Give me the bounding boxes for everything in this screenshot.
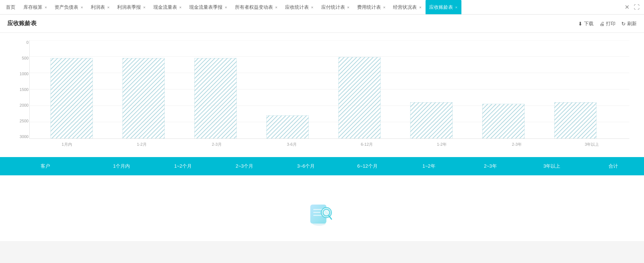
download-button[interactable]: ⬇ 下载 bbox=[578, 20, 594, 27]
svg-rect-10 bbox=[266, 115, 308, 138]
tab-close-ar-stat[interactable]: × bbox=[311, 5, 313, 9]
tab-bar: 首页 库存核算 × 资产负债表 × 利润表 × 利润表季报 × 现金流量表 × … bbox=[0, 0, 644, 15]
svg-rect-13 bbox=[482, 104, 524, 138]
tab-close-cashflow[interactable]: × bbox=[179, 5, 181, 9]
th-1month: 1个月内 bbox=[91, 163, 152, 169]
tab-cashflow[interactable]: 现金流量表 × bbox=[150, 0, 186, 15]
download-icon: ⬇ bbox=[578, 21, 583, 27]
th-1-2month: 1~2个月 bbox=[152, 163, 214, 169]
svg-rect-18 bbox=[313, 212, 321, 213]
th-1-2year: 1~2年 bbox=[398, 163, 460, 169]
main-content: 3000 2500 2000 1500 1000 500 0 bbox=[0, 33, 644, 241]
tab-close-inventory[interactable]: × bbox=[45, 5, 47, 9]
refresh-button[interactable]: ↻ 刷新 bbox=[621, 20, 637, 27]
tab-ar-stat[interactable]: 应收统计表 × bbox=[281, 0, 317, 15]
tab-close-expense[interactable]: × bbox=[383, 5, 385, 9]
th-3plus: 3年以上 bbox=[521, 163, 583, 169]
tab-profit[interactable]: 利润表 × bbox=[87, 0, 113, 15]
svg-rect-9 bbox=[195, 58, 237, 138]
tab-expense[interactable]: 费用统计表 × bbox=[353, 0, 389, 15]
tab-balance[interactable]: 资产负债表 × bbox=[51, 0, 87, 15]
maximize-button[interactable]: ⛶ bbox=[634, 4, 640, 11]
th-customer: 客户 bbox=[0, 163, 91, 169]
chart-x-labels: 1月内 1-2月 2-3月 3-6月 6-12月 1-2年 2-3年 3年以上 bbox=[29, 139, 629, 150]
page-title: 应收账龄表 bbox=[7, 20, 37, 27]
chart-area: 3000 2500 2000 1500 1000 500 0 bbox=[0, 33, 644, 157]
tab-equity[interactable]: 所有者权益变动表 × bbox=[231, 0, 281, 15]
tab-close-ar-aging[interactable]: × bbox=[455, 5, 457, 9]
svg-rect-7 bbox=[50, 58, 93, 138]
tab-ap-stat[interactable]: 应付统计表 × bbox=[318, 0, 353, 15]
tab-inventory[interactable]: 库存核算 × bbox=[20, 0, 51, 15]
th-6-12month: 6~12个月 bbox=[337, 163, 398, 169]
tab-ar-aging[interactable]: 应收账龄表 × bbox=[426, 0, 461, 15]
th-2-3month: 2~3个月 bbox=[214, 163, 275, 169]
print-button[interactable]: 🖨 打印 bbox=[599, 20, 615, 27]
tab-close-operations[interactable]: × bbox=[419, 5, 421, 9]
chart-container: 3000 2500 2000 1500 1000 500 0 bbox=[29, 40, 629, 150]
tab-close-profit-quarter[interactable]: × bbox=[143, 5, 145, 9]
tab-close-equity[interactable]: × bbox=[275, 5, 277, 9]
empty-state bbox=[0, 175, 644, 241]
th-total: 合计 bbox=[583, 163, 644, 169]
chart-y-axis: 3000 2500 2000 1500 1000 500 0 bbox=[15, 40, 29, 139]
empty-icon bbox=[304, 197, 340, 226]
tab-close-ap-stat[interactable]: × bbox=[347, 5, 349, 9]
svg-rect-12 bbox=[411, 102, 453, 138]
svg-rect-8 bbox=[123, 58, 165, 138]
table-header: 客户 1个月内 1~2个月 2~3个月 3~6个月 6~12个月 1~2年 2~… bbox=[0, 157, 644, 175]
close-button[interactable]: ✕ bbox=[625, 4, 629, 11]
svg-rect-11 bbox=[338, 57, 381, 138]
svg-rect-14 bbox=[554, 102, 596, 138]
chart-svg bbox=[29, 40, 629, 139]
window-controls: ✕ ⛶ bbox=[625, 4, 643, 11]
th-2-3year: 2~3年 bbox=[460, 163, 521, 169]
tab-profit-quarter[interactable]: 利润表季报 × bbox=[113, 0, 149, 15]
header-actions: ⬇ 下载 🖨 打印 ↻ 刷新 bbox=[578, 20, 637, 27]
svg-rect-19 bbox=[313, 215, 322, 216]
page-header: 应收账龄表 ⬇ 下载 🖨 打印 ↻ 刷新 bbox=[0, 15, 644, 33]
th-3-6month: 3~6个月 bbox=[275, 163, 337, 169]
tab-close-cashflow-quarter[interactable]: × bbox=[225, 5, 227, 9]
print-icon: 🖨 bbox=[599, 21, 604, 27]
tab-home[interactable]: 首页 bbox=[1, 0, 20, 15]
tab-cashflow-quarter[interactable]: 现金流量表季报 × bbox=[186, 0, 231, 15]
tab-close-balance[interactable]: × bbox=[80, 5, 83, 9]
tab-close-profit[interactable]: × bbox=[107, 5, 109, 9]
tab-operations[interactable]: 经营状况表 × bbox=[389, 0, 425, 15]
refresh-icon: ↻ bbox=[621, 21, 626, 27]
